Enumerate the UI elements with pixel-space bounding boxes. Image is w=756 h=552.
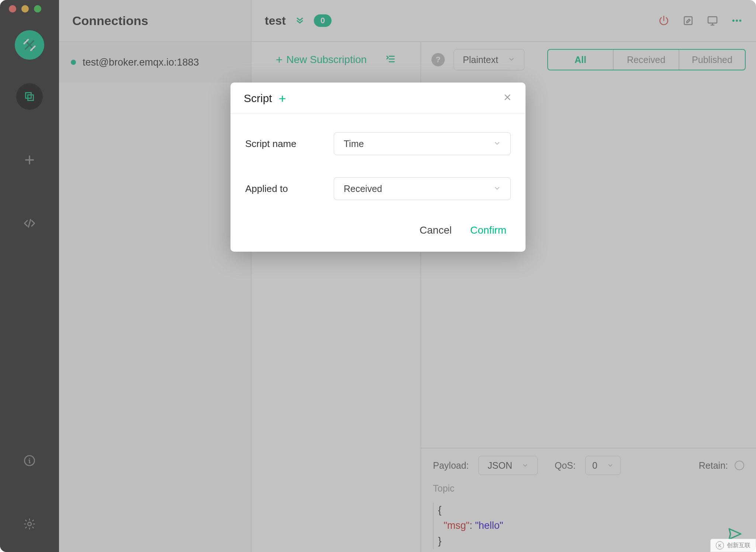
watermark-text: 创新互联 [727, 542, 750, 549]
dialog-close-button[interactable] [503, 92, 512, 105]
script-dialog: Script + Script name Time [230, 83, 526, 252]
modal-overlay[interactable]: Script + Script name Time [0, 0, 756, 552]
chevron-down-icon [493, 139, 501, 149]
applied-to-select[interactable]: Received [334, 177, 511, 200]
watermark-icon: K [716, 541, 724, 549]
script-name-select[interactable]: Time [334, 132, 511, 155]
applied-to-label: Applied to [245, 183, 334, 195]
cancel-button[interactable]: Cancel [420, 224, 452, 236]
app-window: Connections test@broker.emqx.io:1883 tes… [0, 0, 756, 552]
script-name-label: Script name [245, 138, 334, 150]
confirm-button[interactable]: Confirm [470, 224, 506, 236]
script-name-value: Time [344, 139, 364, 149]
close-icon [503, 92, 512, 102]
chevron-down-icon [493, 184, 501, 194]
applied-to-value: Received [344, 184, 382, 194]
watermark: K 创新互联 [710, 539, 756, 552]
add-script-button[interactable]: + [279, 92, 286, 105]
dialog-title: Script [244, 92, 272, 105]
